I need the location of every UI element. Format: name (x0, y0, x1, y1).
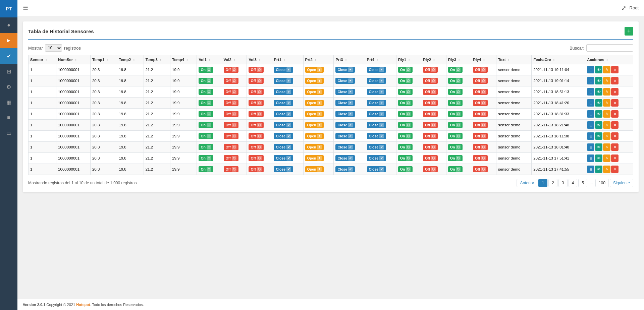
th-vol2[interactable]: Vol2 ↕ (222, 55, 247, 64)
sidebar-item-grid[interactable]: ⊞ (0, 64, 17, 79)
edit-button[interactable]: ✎ (603, 121, 610, 129)
edit-button[interactable]: ✎ (603, 99, 610, 107)
view-button[interactable]: 👁 (595, 88, 602, 96)
on-badge: On ⬡ (398, 78, 413, 84)
sidebar-item-file[interactable]: ▭ (0, 125, 17, 141)
open-badge: Open ! (305, 78, 324, 84)
th-rly2[interactable]: Rly2 ↕ (421, 55, 446, 64)
main-area: ☰ ⤢ Root Tabla de Historial Sensores + M… (17, 0, 644, 310)
th-rly3[interactable]: Rly3 ↕ (446, 55, 471, 64)
sidebar-item-chart[interactable]: ▦ (0, 95, 17, 110)
details-button[interactable]: ⊞ (587, 143, 594, 151)
delete-button[interactable]: ✕ (611, 66, 619, 73)
cell-prt2: Open ! (303, 120, 334, 131)
next-page-button[interactable]: Siguiente (610, 179, 633, 187)
show-label: Mostrar (28, 46, 43, 51)
view-button[interactable]: 👁 (595, 132, 602, 140)
edit-button[interactable]: ✎ (603, 110, 610, 118)
off-badge: Off ⬡ (423, 89, 438, 95)
cell-rly1: On ⬡ (396, 109, 421, 120)
details-button[interactable]: ⊞ (587, 132, 594, 140)
add-record-button[interactable]: + (625, 27, 633, 36)
th-rly1[interactable]: Rly1 ↕ (396, 55, 421, 64)
footer-brand-link[interactable]: Hotspot (76, 303, 90, 307)
th-prt4[interactable]: Prt4 ↕ (365, 55, 396, 64)
view-button[interactable]: 👁 (595, 143, 602, 151)
edit-button[interactable]: ✎ (603, 143, 610, 151)
sidebar-item-user[interactable]: ● (0, 17, 17, 33)
prev-page-button[interactable]: Anterior (517, 179, 537, 187)
delete-button[interactable]: ✕ (611, 88, 619, 96)
view-button[interactable]: 👁 (595, 77, 602, 84)
delete-button[interactable]: ✕ (611, 166, 619, 173)
table-row: 1100000000120.319.821.219.9On ⬡Off ⬡Off … (29, 64, 633, 75)
delete-button[interactable]: ✕ (611, 143, 619, 151)
th-prt3[interactable]: Prt3 ↕ (334, 55, 365, 64)
th-acciones[interactable]: Acciones ↕ (585, 55, 633, 64)
expand-button[interactable]: ⤢ (621, 4, 626, 12)
th-fechacre[interactable]: FechaCre ↕ (532, 55, 585, 64)
details-button[interactable]: ⊞ (587, 66, 594, 73)
view-button[interactable]: 👁 (595, 110, 602, 118)
sidebar-item-active[interactable]: ✔ (0, 48, 17, 64)
cell-vol2: Off ⬡ (222, 64, 247, 75)
delete-button[interactable]: ✕ (611, 99, 619, 107)
view-button[interactable]: 👁 (595, 154, 602, 162)
edit-button[interactable]: ✎ (603, 77, 610, 84)
cell-acciones: ⊞👁✎✕ (585, 164, 633, 175)
details-button[interactable]: ⊞ (587, 121, 594, 129)
search-input[interactable] (586, 44, 633, 52)
edit-button[interactable]: ✎ (603, 132, 610, 140)
sidebar-item-list[interactable]: ≡ (0, 110, 17, 125)
delete-button[interactable]: ✕ (611, 154, 619, 162)
th-temp2[interactable]: Temp2 ↕ (117, 55, 144, 64)
sidebar-item-bolt[interactable]: ► (0, 33, 17, 48)
th-prt2[interactable]: Prt2 ↕ (303, 55, 334, 64)
list-icon: ≡ (7, 115, 10, 121)
edit-button[interactable]: ✎ (603, 88, 610, 96)
view-button[interactable]: 👁 (595, 121, 602, 129)
th-vol3[interactable]: Vol3 ↕ (247, 55, 272, 64)
th-sensor[interactable]: Sensor ↕ (29, 55, 56, 64)
page-100-button[interactable]: 100 (595, 179, 609, 187)
edit-button[interactable]: ✎ (603, 154, 610, 162)
page-4-button[interactable]: 4 (569, 179, 578, 187)
th-numser[interactable]: NumSer ↕ (56, 55, 91, 64)
details-button[interactable]: ⊞ (587, 88, 594, 96)
page-3-button[interactable]: 3 (558, 179, 568, 187)
th-temp4[interactable]: Temp4 ↕ (170, 55, 197, 64)
details-button[interactable]: ⊞ (587, 99, 594, 107)
view-button[interactable]: 👁 (595, 99, 602, 107)
page-5-button[interactable]: 5 (578, 179, 587, 187)
th-temp1[interactable]: Temp1 ↕ (90, 55, 117, 64)
cell-fechacre: 2021-11-13 17:41:55 (532, 164, 585, 175)
on-badge: On ⬡ (199, 166, 213, 172)
edit-button[interactable]: ✎ (603, 66, 610, 73)
delete-button[interactable]: ✕ (611, 77, 619, 84)
page-2-button[interactable]: 2 (548, 179, 557, 187)
th-rly4[interactable]: Rly4 ↕ (471, 55, 496, 64)
show-select[interactable]: 10 25 50 100 (45, 44, 62, 52)
edit-button[interactable]: ✎ (603, 166, 610, 173)
th-vol1[interactable]: Vol1 ↕ (197, 55, 222, 64)
th-temp3[interactable]: Temp3 ↕ (144, 55, 170, 64)
delete-button[interactable]: ✕ (611, 132, 619, 140)
th-prt1[interactable]: Prt1 ↕ (272, 55, 303, 64)
page-1-button[interactable]: 1 (538, 179, 547, 187)
th-text[interactable]: Text ↕ (496, 55, 531, 64)
view-button[interactable]: 👁 (595, 166, 602, 173)
view-button[interactable]: 👁 (595, 66, 602, 73)
delete-button[interactable]: ✕ (611, 121, 619, 129)
details-button[interactable]: ⊞ (587, 166, 594, 173)
off-badge: Off ⬡ (423, 122, 438, 128)
details-button[interactable]: ⊞ (587, 110, 594, 118)
details-button[interactable]: ⊞ (587, 154, 594, 162)
on-badge: On ⬡ (199, 155, 213, 161)
details-button[interactable]: ⊞ (587, 77, 594, 84)
delete-button[interactable]: ✕ (611, 110, 619, 118)
sidebar-item-settings[interactable]: ⚙ (0, 79, 17, 95)
cell-text: sensor demo (496, 153, 531, 164)
cell-prt3: Close ✔ (334, 120, 365, 131)
hamburger-button[interactable]: ☰ (23, 4, 28, 12)
cell-vol2: Off ⬡ (222, 142, 247, 153)
